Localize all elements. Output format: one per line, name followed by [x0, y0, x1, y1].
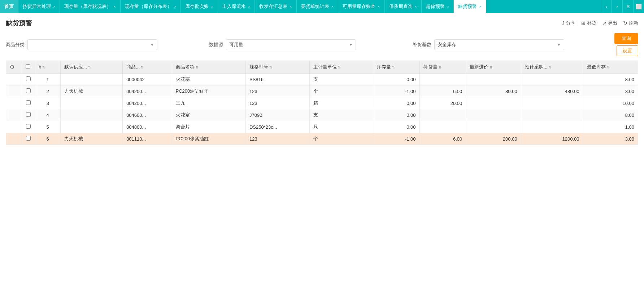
col-header-product_code: 商品... ⇅: [123, 61, 172, 74]
td-est-purchase-1: 480.00: [521, 85, 583, 97]
col-header-gear[interactable]: ⚙: [6, 61, 22, 74]
row-checkbox-2[interactable]: [26, 100, 31, 105]
sort-product_code[interactable]: 商品... ⇅: [126, 64, 144, 70]
td-checkbox-0[interactable]: [22, 74, 35, 85]
td-replenish-qty-0: [419, 74, 466, 85]
td-gear-2: [6, 97, 22, 109]
datasource-filter-group: 数据源 可用量 ▼: [202, 39, 405, 50]
query-button[interactable]: 查询: [614, 33, 638, 44]
nav-close-available-ledger[interactable]: ×: [378, 4, 380, 9]
td-est-purchase-2: [521, 97, 583, 109]
td-unit-4: 只: [309, 121, 373, 133]
share-button[interactable]: ⤴ 分享: [562, 20, 575, 26]
nav-item-expiry-query[interactable]: 保质期查询×: [385, 0, 422, 13]
replenish-basis-label: 补货基数: [413, 41, 431, 48]
refresh-button[interactable]: ↻ 刷新: [623, 20, 638, 26]
nav-close-btn[interactable]: ✕: [622, 0, 633, 13]
nav-item-overstock-warning[interactable]: 超储预警×: [422, 0, 454, 13]
replenish-icon: ⊞: [581, 20, 586, 26]
nav-prev-btn[interactable]: ‹: [601, 0, 612, 13]
td-name-4: 离合片: [172, 121, 245, 133]
td-latest-price-2: [466, 97, 521, 109]
nav-maximize-btn[interactable]: ⬜: [633, 0, 644, 13]
nav-close-expiry-query[interactable]: ×: [415, 4, 417, 9]
sort-icon-min_stock: ⇅: [607, 65, 610, 69]
sort-product_name[interactable]: 商品名称 ⇅: [176, 64, 199, 70]
td-est-purchase-3: [521, 109, 583, 121]
td-code-5: 801110...: [123, 133, 172, 145]
td-checkbox-5[interactable]: [22, 133, 35, 145]
replenish-button[interactable]: ⊞ 补货: [581, 20, 596, 26]
sort-icon-replenish_qty: ⇅: [439, 65, 441, 69]
nav-close-stockout-warning[interactable]: ×: [479, 4, 481, 9]
sort-latest_price[interactable]: 最新进价 ⇅: [470, 64, 492, 70]
col-header-product_name: 商品名称 ⇅: [172, 61, 245, 74]
gear-icon[interactable]: ⚙: [10, 64, 14, 70]
nav-next-btn[interactable]: ›: [612, 0, 622, 13]
nav-item-batch-account[interactable]: 库存批次账×: [181, 0, 218, 13]
td-supplier-4: [61, 121, 123, 133]
sort-est_purchase[interactable]: 预计采购... ⇅: [525, 64, 552, 70]
nav-item-defect-process[interactable]: 拣货异常处理×: [18, 0, 60, 13]
td-checkbox-2[interactable]: [22, 97, 35, 109]
sort-index[interactable]: # ⇅: [39, 65, 45, 70]
share-icon: ⤴: [562, 20, 565, 26]
export-button[interactable]: ↗ 导出: [602, 20, 617, 26]
td-stock-1: -1.00: [373, 85, 419, 97]
sort-default_supplier[interactable]: 默认供应... ⇅: [64, 64, 91, 70]
sort-unit[interactable]: 主计量单位 ⇅: [313, 64, 341, 70]
row-checkbox-5[interactable]: [26, 136, 31, 141]
nav-close-overstock-warning[interactable]: ×: [447, 4, 449, 9]
td-gear-3: [6, 109, 22, 121]
td-unit-1: 个: [309, 85, 373, 97]
nav-close-recv-store-summary[interactable]: ×: [290, 4, 292, 9]
td-est-purchase-4: [521, 121, 583, 133]
td-unit-5: 个: [309, 133, 373, 145]
td-checkbox-4[interactable]: [22, 121, 35, 133]
nav-item-inventory-dist[interactable]: 现存量（库存分布表）×: [121, 0, 181, 13]
td-spec-2: 123: [245, 97, 309, 109]
nav-close-inventory-status[interactable]: ×: [113, 4, 116, 9]
nav-item-home[interactable]: 首页: [0, 0, 18, 13]
td-min-stock-0: 8.00: [583, 74, 638, 85]
datasource-select[interactable]: 可用量 ▼: [226, 39, 356, 50]
td-code-3: 004600...: [123, 109, 172, 121]
nav-controls: ‹ › ✕ ⬜: [601, 0, 644, 13]
settings-button[interactable]: 设置: [617, 45, 638, 56]
nav-close-inventory-dist[interactable]: ×: [174, 4, 176, 9]
replenish-basis-select[interactable]: 安全库存 ▼: [434, 39, 564, 50]
nav-item-order-stats[interactable]: 要货单统计表×: [297, 0, 338, 13]
sort-replenish_qty[interactable]: 补货量 ⇅: [423, 64, 441, 70]
category-select[interactable]: ▼: [27, 39, 157, 50]
td-gear-4: [6, 121, 22, 133]
td-replenish-qty-3: [419, 109, 466, 121]
header-actions: ⤴ 分享 ⊞ 补货 ↗ 导出 ↻ 刷新: [562, 20, 638, 26]
td-name-5: PC200张紧油缸: [172, 133, 245, 145]
nav-item-recv-store-summary[interactable]: 收发存汇总表×: [255, 0, 296, 13]
table-container: ⚙# ⇅默认供应... ⇅商品... ⇅商品名称 ⇅规格型号 ⇅主计量单位 ⇅库…: [6, 61, 638, 145]
sort-stock[interactable]: 库存量 ⇅: [377, 64, 395, 70]
nav-item-stockout-warning[interactable]: 缺货预警×: [454, 0, 486, 13]
row-checkbox-3[interactable]: [26, 112, 31, 117]
nav-close-batch-account[interactable]: ×: [211, 4, 213, 9]
td-checkbox-1[interactable]: [22, 85, 35, 97]
td-latest-price-4: [466, 121, 521, 133]
nav-close-in-out-flow[interactable]: ×: [248, 4, 250, 9]
nav-close-order-stats[interactable]: ×: [331, 4, 334, 9]
row-checkbox-0[interactable]: [26, 76, 31, 81]
select-all-checkbox[interactable]: [26, 64, 30, 69]
td-supplier-0: [61, 74, 123, 85]
sort-spec[interactable]: 规格型号 ⇅: [249, 64, 272, 70]
sort-icon-latest_price: ⇅: [489, 65, 492, 69]
row-checkbox-1[interactable]: [26, 88, 31, 93]
td-name-2: 三九: [172, 97, 245, 109]
row-checkbox-4[interactable]: [26, 124, 31, 129]
td-checkbox-3[interactable]: [22, 109, 35, 121]
col-header-checkbox[interactable]: [22, 61, 35, 74]
nav-item-in-out-flow[interactable]: 出入库流水×: [218, 0, 255, 13]
sort-min_stock[interactable]: 最低库存 ⇅: [587, 64, 610, 70]
nav-item-available-ledger[interactable]: 可用量库存账本×: [338, 0, 384, 13]
nav-item-inventory-status[interactable]: 现存量（库存状况表）×: [60, 0, 120, 13]
nav-close-defect-process[interactable]: ×: [53, 4, 55, 9]
td-latest-price-5: 200.00: [466, 133, 521, 145]
